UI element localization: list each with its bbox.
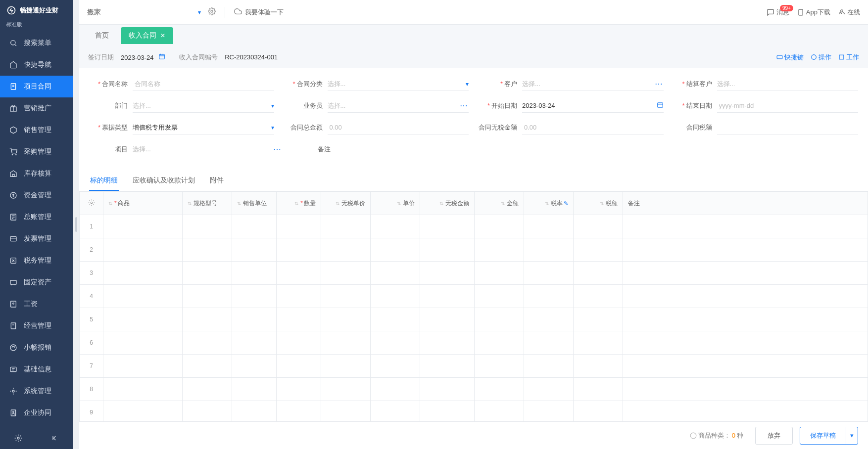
table-cell[interactable] — [623, 285, 868, 308]
sidebar-item-1[interactable]: 快捷导航 — [0, 54, 73, 76]
th-remark[interactable]: 备注 — [623, 192, 868, 215]
app-download-link[interactable]: App下载 — [797, 8, 830, 17]
sidebar-item-5[interactable]: 采购管理 — [0, 141, 73, 163]
gear-column[interactable] — [80, 192, 103, 215]
sidebar-item-8[interactable]: 总账管理 — [0, 206, 73, 228]
table-cell[interactable] — [623, 401, 868, 422]
table-cell[interactable] — [371, 215, 420, 238]
table-cell[interactable] — [183, 378, 232, 401]
table-cell[interactable] — [371, 401, 420, 422]
th-price[interactable]: ⇅单价 — [371, 192, 420, 215]
table-cell[interactable] — [321, 331, 371, 355]
table-cell[interactable] — [371, 285, 420, 308]
sidebar-item-2[interactable]: 项目合同 — [0, 76, 73, 97]
table-row[interactable]: 6 — [80, 331, 868, 355]
table-cell[interactable] — [183, 355, 232, 378]
detail-tab-items[interactable]: 标的明细 — [89, 171, 119, 191]
table-cell[interactable] — [574, 285, 623, 308]
total-amount-input[interactable] — [328, 121, 469, 135]
shortcut-link[interactable]: 快捷键 — [776, 53, 804, 62]
table-cell[interactable] — [524, 331, 574, 355]
table-cell[interactable] — [232, 238, 277, 262]
table-cell[interactable] — [183, 215, 232, 238]
table-cell[interactable] — [103, 331, 183, 355]
table-cell[interactable] — [321, 355, 371, 378]
table-cell[interactable] — [277, 262, 321, 285]
th-notax-price[interactable]: ⇅无税单价 — [321, 192, 371, 215]
sidebar-item-11[interactable]: 固定资产 — [0, 271, 73, 293]
save-draft-button[interactable]: 保存草稿 ▾ — [800, 427, 858, 445]
salesperson-select[interactable]: 选择... ⋯ — [328, 99, 469, 113]
contract-name-input[interactable] — [133, 77, 274, 91]
table-cell[interactable] — [420, 331, 475, 355]
table-cell[interactable] — [277, 331, 321, 355]
table-cell[interactable] — [183, 238, 232, 262]
table-cell[interactable] — [524, 308, 574, 331]
th-qty[interactable]: ⇅*数量 — [277, 192, 321, 215]
table-cell[interactable] — [623, 262, 868, 285]
sidebar-item-17[interactable]: 企业协同 — [0, 402, 73, 424]
customer-select[interactable]: 选择... ⋯ — [522, 77, 664, 91]
table-cell[interactable] — [232, 378, 277, 401]
detail-tab-attachment[interactable]: 附件 — [209, 171, 225, 191]
tab-income-contract[interactable]: 收入合同 ✕ — [121, 27, 173, 44]
table-cell[interactable] — [524, 355, 574, 378]
sidebar-item-0[interactable]: 搜索菜单 — [0, 32, 73, 54]
sidebar-item-4[interactable]: 销售管理 — [0, 119, 73, 141]
table-cell[interactable] — [420, 355, 475, 378]
table-row[interactable]: 7 — [80, 355, 868, 378]
remark-input[interactable] — [336, 142, 485, 156]
th-amount[interactable]: ⇅金额 — [475, 192, 524, 215]
settings-button[interactable] — [0, 427, 37, 449]
sidebar-item-7[interactable]: 资金管理 — [0, 184, 73, 206]
messages-link[interactable]: 消息 99+ — [767, 8, 789, 17]
close-icon[interactable]: ✕ — [160, 32, 165, 39]
table-cell[interactable] — [420, 401, 475, 422]
sidebar-item-13[interactable]: 经营管理 — [0, 315, 73, 337]
table-cell[interactable] — [232, 285, 277, 308]
table-cell[interactable] — [277, 401, 321, 422]
sidebar-item-12[interactable]: 工资 — [0, 293, 73, 315]
table-cell[interactable] — [103, 401, 183, 422]
table-row[interactable]: 2 — [80, 238, 868, 262]
th-tax[interactable]: ⇅税额 — [574, 192, 623, 215]
th-product[interactable]: ⇅*商品 — [103, 192, 183, 215]
table-cell[interactable] — [232, 331, 277, 355]
sidebar-item-6[interactable]: 库存核算 — [0, 163, 73, 184]
table-cell[interactable] — [321, 215, 371, 238]
table-cell[interactable] — [623, 238, 868, 262]
table-cell[interactable] — [574, 308, 623, 331]
table-cell[interactable] — [475, 262, 524, 285]
tab-home[interactable]: 首页 — [87, 27, 117, 44]
discard-button[interactable]: 放弃 — [755, 427, 793, 445]
table-cell[interactable] — [183, 401, 232, 422]
table-cell[interactable] — [475, 215, 524, 238]
table-cell[interactable] — [321, 262, 371, 285]
table-cell[interactable] — [623, 355, 868, 378]
table-cell[interactable] — [475, 401, 524, 422]
table-cell[interactable] — [475, 238, 524, 262]
table-cell[interactable] — [371, 238, 420, 262]
th-notax-amount[interactable]: ⇅无税金额 — [420, 192, 475, 215]
table-cell[interactable] — [524, 285, 574, 308]
table-cell[interactable] — [321, 401, 371, 422]
table-cell[interactable] — [232, 215, 277, 238]
operation-link[interactable]: 操作 — [811, 53, 831, 62]
sidebar-item-10[interactable]: 税务管理 — [0, 250, 73, 271]
table-cell[interactable] — [574, 238, 623, 262]
th-spec[interactable]: ⇅规格型号 — [183, 192, 232, 215]
table-cell[interactable] — [371, 308, 420, 331]
table-cell[interactable] — [321, 378, 371, 401]
table-cell[interactable] — [420, 215, 475, 238]
table-cell[interactable] — [475, 378, 524, 401]
sidebar-item-9[interactable]: 发票管理 — [0, 228, 73, 250]
th-unit[interactable]: ⇅销售单位 — [232, 192, 277, 215]
experience-button[interactable]: 我要体验一下 — [234, 7, 284, 17]
table-cell[interactable] — [524, 215, 574, 238]
invoice-type-select[interactable]: 增值税专用发票 ▾ — [133, 121, 274, 135]
table-cell[interactable] — [183, 331, 232, 355]
table-cell[interactable] — [277, 355, 321, 378]
table-cell[interactable] — [371, 331, 420, 355]
table-cell[interactable] — [232, 355, 277, 378]
table-cell[interactable] — [574, 378, 623, 401]
